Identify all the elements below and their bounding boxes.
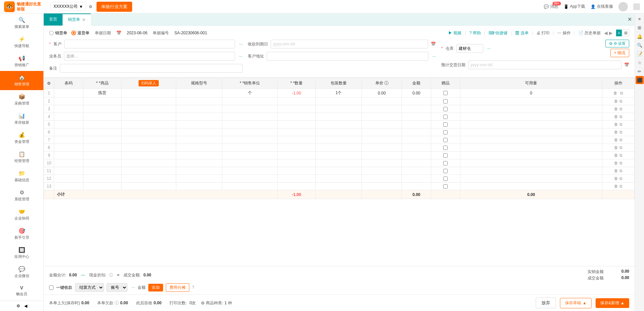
sidebar-item-system[interactable]: ⚙ 系统管理 (0, 186, 43, 205)
one-click-payment-checkbox[interactable] (49, 285, 53, 290)
delete-icon-8[interactable]: 🗑 (614, 145, 618, 150)
sidebar-item-guide[interactable]: 🎯 新手引导 (0, 224, 43, 243)
settings-button[interactable]: ⚙⚙ 设置 (605, 40, 629, 47)
right-panel-star-icon[interactable]: ☆ (636, 59, 644, 67)
customer-input[interactable] (64, 40, 235, 48)
amount-cell-1[interactable]: 0.00 (402, 89, 431, 98)
copy-icon-9[interactable]: ⧉ (619, 153, 622, 158)
gift-checkbox-8[interactable] (443, 146, 448, 150)
col-settings-header[interactable]: ⚙ (44, 78, 54, 89)
toolbar-select[interactable]: ☰ 选单 (515, 30, 528, 36)
gift-checkbox-7[interactable] (443, 138, 448, 142)
next-arrow[interactable]: ▶ (609, 30, 613, 36)
sidebar-collapse-icon[interactable]: ◀ (24, 304, 27, 308)
col-scan-header[interactable]: 扫码录入 (121, 78, 176, 89)
tab-close-main-icon[interactable]: ✕ (628, 16, 632, 23)
gift-cell-1[interactable] (431, 89, 460, 98)
bill-owed-help-icon[interactable]: ⓘ (115, 300, 119, 306)
delete-icon-1[interactable]: 🗑 (613, 91, 617, 95)
warehouse-input[interactable]: 建材仓 (456, 44, 483, 53)
sidebar-item-app-center[interactable]: 🔲 应用中心 (0, 243, 43, 263)
delete-icon-7[interactable]: 🗑 (614, 138, 618, 142)
date-icon[interactable]: 📅 (116, 31, 121, 35)
account-more-icon[interactable]: ··· (131, 285, 135, 290)
discount-help-icon[interactable]: ⓘ (109, 272, 113, 278)
sidebar-item-wechat[interactable]: 💬 企业微信 (0, 263, 43, 282)
right-panel-edit-icon[interactable]: ✏ (636, 67, 644, 75)
copy-icon-1[interactable]: ⧉ (620, 91, 623, 95)
delete-icon-4[interactable]: 🗑 (614, 114, 618, 119)
price-cell-1[interactable]: 0.00 (362, 89, 402, 98)
copy-icon-12[interactable]: ⧉ (619, 176, 622, 181)
app-download-button[interactable]: 📱 App下载 (564, 4, 585, 9)
right-panel-grid-icon[interactable]: ⊞ (636, 24, 644, 32)
tab-home[interactable]: 首页 (44, 13, 63, 26)
copy-icon-6[interactable]: ⧉ (619, 130, 622, 134)
toolbar-help[interactable]: ? 帮助 (469, 30, 481, 36)
copy-icon-10[interactable]: ⧉ (619, 161, 622, 165)
account-select[interactable]: 账号 (107, 283, 127, 292)
packqty-cell-1[interactable]: 1个 (315, 89, 362, 98)
list-view-button[interactable]: ≡ (616, 30, 622, 36)
delivery-date-calendar-icon[interactable]: 📅 (624, 63, 629, 67)
expense-button[interactable]: 费用分摊 (166, 283, 189, 292)
salesperson-input[interactable]: 选择... (64, 52, 235, 61)
copy-icon-11[interactable]: ⧉ (619, 168, 622, 173)
product-cell-1[interactable]: 拣货 (83, 89, 121, 98)
gift-checkbox-5[interactable] (443, 122, 448, 127)
message-button[interactable]: 💬 消息 99+ (544, 4, 558, 9)
sidebar-item-inventory[interactable]: 📊 库存核算 (0, 109, 43, 128)
gift-checkbox-9[interactable] (443, 153, 448, 158)
sidebar-settings-icon[interactable]: ⚙ (16, 304, 20, 308)
sidebar-item-quicknav[interactable]: ⚡ 快捷导航 (0, 33, 43, 52)
qty-cell-1[interactable]: -1.00 (277, 89, 315, 98)
toolbar-operation[interactable]: ⋯ 操作 (557, 30, 570, 36)
toolbar-print[interactable]: 🖨 打印 (536, 30, 550, 36)
toolbar-video[interactable]: ▶ 视频 (448, 30, 461, 36)
copy-icon-7[interactable]: ⧉ (619, 138, 622, 142)
expected-delivery-input[interactable]: yyyy-mm-dd (468, 61, 621, 69)
delete-icon-11[interactable]: 🗑 (614, 168, 618, 173)
settings-icon[interactable]: ⚙ (89, 4, 92, 9)
delete-icon-12[interactable]: 🗑 (614, 176, 618, 181)
delete-icon-3[interactable]: 🗑 (614, 107, 618, 111)
salesperson-more-icon[interactable]: ··· (239, 54, 242, 59)
abandon-button[interactable]: 放弃 (536, 298, 556, 308)
product-type-icon[interactable]: ⊙ (201, 301, 204, 305)
gift-checkbox-4[interactable] (443, 115, 448, 119)
save-draft-button[interactable]: 保存草稿 ▲ (560, 298, 592, 308)
right-panel-list-icon[interactable]: ≡ (636, 15, 644, 23)
delete-icon-5[interactable]: 🗑 (614, 122, 618, 127)
copy-icon-13[interactable]: ⧉ (619, 184, 622, 189)
unit-cell-1[interactable]: 个 (222, 89, 277, 98)
expense-help-icon[interactable]: ? (192, 285, 194, 290)
gift-checkbox-12[interactable] (443, 177, 448, 181)
sidebar-item-marketing[interactable]: 📢 营销推广 (0, 52, 43, 71)
right-panel-note-icon[interactable]: 📝 (636, 50, 644, 58)
settlement-method-select[interactable]: 结算方式 (75, 283, 104, 292)
company-selector[interactable]: XXXXXX公司 ▼ (50, 2, 86, 11)
copy-icon-5[interactable]: ⧉ (619, 122, 622, 127)
sidebar-item-management[interactable]: 📋 经营管理 (0, 148, 43, 167)
sidebar-item-search[interactable]: 🔍 搜索菜单 (0, 13, 43, 33)
warehouse-more-icon[interactable]: ··· (487, 46, 491, 51)
copy-icon-8[interactable]: ⧉ (619, 145, 622, 150)
tab-sales-order[interactable]: 销货单 ✕ (63, 13, 91, 26)
gift-checkbox-11[interactable] (443, 169, 448, 173)
add-button[interactable]: 添加 (148, 284, 163, 291)
online-service-button[interactable]: 👤 在线客服 (591, 4, 613, 9)
scan-button[interactable]: 扫码录入 (139, 80, 159, 86)
remark-input[interactable] (60, 64, 242, 73)
toolbar-shortcut[interactable]: ⌨ 快捷键 (489, 30, 507, 36)
gift-checkbox-10[interactable] (443, 161, 448, 165)
gift-checkbox-2[interactable] (443, 99, 448, 104)
delete-icon-2[interactable]: 🗑 (614, 99, 618, 104)
delete-icon-13[interactable]: 🗑 (614, 184, 618, 189)
copy-icon-4[interactable]: ⧉ (619, 114, 622, 119)
spec-cell-1[interactable] (176, 89, 222, 98)
customer-address-input[interactable] (267, 52, 428, 61)
right-panel-orange-icon[interactable]: ⬛ (636, 76, 644, 84)
delete-icon-6[interactable]: 🗑 (614, 130, 618, 134)
experience-button[interactable]: 体验行业方案 (97, 2, 132, 12)
copy-icon-3[interactable]: ⧉ (619, 107, 622, 111)
